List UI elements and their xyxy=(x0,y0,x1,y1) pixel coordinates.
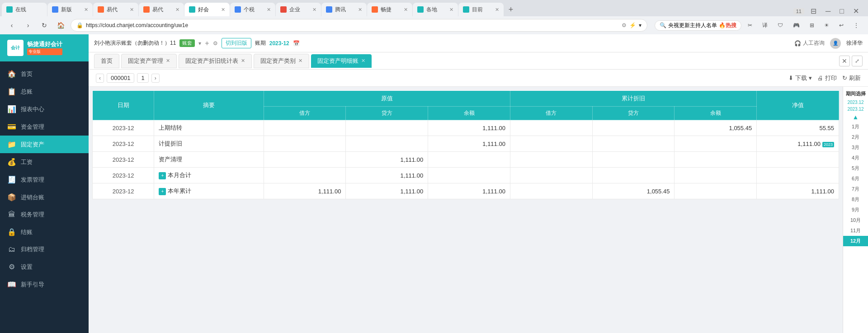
expand-tab-icon[interactable]: ⤢ xyxy=(852,56,863,66)
tab-close-tencent[interactable]: ✕ xyxy=(358,7,362,13)
page-tab-depreciation[interactable]: 固定资产折旧统计表 ✕ xyxy=(179,54,252,68)
sidebar-item-stock[interactable]: 📦 进销台账 xyxy=(0,188,89,206)
col-date: 日期 xyxy=(93,91,154,120)
dropdown-arrow[interactable]: ▾ xyxy=(198,40,201,47)
menu-dots-icon[interactable]: ⋮ xyxy=(850,20,863,30)
tab-close-gedi[interactable]: ✕ xyxy=(449,7,453,13)
period-month-3[interactable]: 3月 xyxy=(843,142,868,153)
page-tab-category[interactable]: 固定资产类别 ✕ xyxy=(254,54,309,68)
collapse-tab-icon[interactable]: ✕ xyxy=(839,56,850,66)
tab-depreciation-close[interactable]: ✕ xyxy=(241,58,245,64)
address-input[interactable]: 🔒 https://cloud.chanjet.com/accounting/u… xyxy=(71,19,647,32)
tab-menu-icon[interactable]: ⊟ xyxy=(808,6,819,16)
page-tab-detail-ledger[interactable]: 固定资产明细账 ✕ xyxy=(311,54,372,68)
sidebar-item-invoice[interactable]: 🧾 发票管理 xyxy=(0,171,89,188)
period-month-7[interactable]: 7月 xyxy=(843,184,868,194)
browser-tab-changjie[interactable]: 畅捷 ✕ xyxy=(367,3,412,16)
refresh-button[interactable]: ↻ 刷新 xyxy=(842,74,861,82)
period-month-1[interactable]: 1月 xyxy=(843,122,868,132)
sidebar-item-settings[interactable]: ⚙ 设置 xyxy=(0,258,89,276)
period-month-11[interactable]: 11月 xyxy=(843,225,868,236)
browser-tab-yidai2[interactable]: 易代 ✕ xyxy=(139,3,184,16)
tab-detail-ledger-close[interactable]: ✕ xyxy=(361,58,365,64)
shield-icon[interactable]: 🛡 xyxy=(774,20,787,30)
page-tab-fixed-mgmt[interactable]: 固定资产管理 ✕ xyxy=(121,54,177,68)
tab-fixed-mgmt-close[interactable]: ✕ xyxy=(166,58,170,64)
add-book-icon[interactable]: + xyxy=(205,39,209,47)
tab-close-changjie[interactable]: ✕ xyxy=(404,7,408,13)
sidebar-item-home[interactable]: 🏠 首页 xyxy=(0,65,89,83)
period-month-4[interactable]: 4月 xyxy=(843,153,868,163)
settings-small-icon[interactable]: ⚙ xyxy=(213,40,218,47)
tab-close-new[interactable]: ✕ xyxy=(84,7,88,13)
app-layout: 会计 畅捷通好会计 专业版 🏠 首页 📋 总账 📊 报表中心 💳 资金管理 xyxy=(0,34,868,333)
prev-page-arrow[interactable]: ‹ xyxy=(96,74,104,83)
browser-tab-haohui[interactable]: 好会 ✕ xyxy=(184,3,230,16)
sidebar-item-payroll[interactable]: 💰 工资 xyxy=(0,153,89,171)
browser-tab-new[interactable]: 新版 ✕ xyxy=(47,3,93,16)
sidebar-item-funds[interactable]: 💳 资金管理 xyxy=(0,118,89,136)
browser-tab-muqian[interactable]: 目前 ✕ xyxy=(458,3,504,16)
sidebar-item-fixed[interactable]: 📁 固定资产 xyxy=(0,136,89,153)
page-num[interactable]: 1 xyxy=(137,73,148,83)
reload-button[interactable]: ↻ xyxy=(38,19,51,32)
grid-icon[interactable]: ⊞ xyxy=(806,20,818,30)
tab-category-close[interactable]: ✕ xyxy=(298,58,302,64)
forward-button[interactable]: › xyxy=(22,19,34,32)
browser-tab-gedi[interactable]: 各地 ✕ xyxy=(413,3,458,16)
tab-close-geshui[interactable]: ✕ xyxy=(267,7,271,13)
switch-version-button[interactable]: 切到旧版 xyxy=(222,38,251,48)
sidebar-item-archive[interactable]: 🗂 归档管理 xyxy=(0,241,89,258)
tab-close-yidai2[interactable]: ✕ xyxy=(175,7,179,13)
period-month-2[interactable]: 2月 xyxy=(843,132,868,142)
period-month-10[interactable]: 10月 xyxy=(843,215,868,225)
tab-close-haohui[interactable]: ✕ xyxy=(221,7,225,13)
dropdown-icon[interactable]: ▾ xyxy=(639,22,642,28)
logo-info: 畅捷通好会计 专业版 xyxy=(27,41,62,55)
browser-tab-online[interactable]: 在线 xyxy=(2,3,47,16)
tab-favicon-tencent xyxy=(326,6,332,13)
close-window-icon[interactable]: ✕ xyxy=(850,6,862,16)
period-month-12[interactable]: 12月 xyxy=(843,236,868,246)
page-tab-home[interactable]: 首页 xyxy=(94,54,119,68)
col-net-value: 净值 xyxy=(757,91,839,120)
browser-tab-tencent[interactable]: 腾讯 ✕ xyxy=(321,3,367,16)
service-button[interactable]: 🎧 人工咨询 xyxy=(794,39,825,47)
minimize-icon[interactable]: ─ xyxy=(823,6,833,16)
brightness-icon[interactable]: ☀ xyxy=(821,20,833,30)
period-month-8[interactable]: 8月 xyxy=(843,194,868,205)
tab-close-muqian[interactable]: ✕ xyxy=(495,7,499,13)
period-selector-title: 期间选择 xyxy=(846,89,866,99)
gamepad-icon[interactable]: 🎮 xyxy=(789,20,803,30)
home-nav-button[interactable]: 🏠 xyxy=(54,19,67,32)
sidebar-item-ledger[interactable]: 📋 总账 xyxy=(0,83,89,100)
maximize-icon[interactable]: □ xyxy=(837,6,847,16)
download-button[interactable]: ⬇ 下载 ▾ xyxy=(788,74,812,82)
translate-icon[interactable]: 译 xyxy=(759,20,771,31)
period-month-9[interactable]: 9月 xyxy=(843,205,868,215)
undo-icon[interactable]: ↩ xyxy=(835,20,847,30)
period-edit-icon[interactable]: 📅 xyxy=(293,40,300,47)
sidebar-item-closing[interactable]: 🔒 结账 xyxy=(0,223,89,241)
user-label: 刘小艳演示账套（勿删勿动！）11 xyxy=(94,39,176,47)
headset-icon: 🎧 xyxy=(794,40,801,47)
next-page-arrow[interactable]: › xyxy=(151,74,160,83)
sidebar-item-tax[interactable]: 🏛 税务管理 xyxy=(0,206,89,223)
print-button[interactable]: 🖨 打印 xyxy=(817,74,837,82)
browser-tab-qiye[interactable]: 企业 ✕ xyxy=(276,3,321,16)
period-month-5[interactable]: 5月 xyxy=(843,163,868,174)
browser-tab-geshui[interactable]: 个税 ✕ xyxy=(230,3,275,16)
tab-add-button[interactable]: + xyxy=(504,3,518,16)
browser-tab-yidai1[interactable]: 易代 ✕ xyxy=(93,3,138,16)
payroll-icon: 💰 xyxy=(7,158,16,166)
back-button[interactable]: ‹ xyxy=(5,19,18,32)
search-box[interactable]: 🔍 央视更新主持人名单 🔥热搜 xyxy=(655,20,741,31)
period-scroll-up[interactable]: ▲ xyxy=(852,113,860,122)
sidebar-item-reports[interactable]: 📊 报表中心 xyxy=(0,100,89,118)
period-month-6[interactable]: 6月 xyxy=(843,174,868,184)
tab-close-qiye[interactable]: ✕ xyxy=(312,7,316,13)
scissors-icon[interactable]: ✂ xyxy=(744,20,756,30)
download-dropdown-icon[interactable]: ▾ xyxy=(809,75,812,81)
tab-close-yidai1[interactable]: ✕ xyxy=(130,7,134,13)
sidebar-item-guide[interactable]: 📖 新手引导 xyxy=(0,276,89,293)
